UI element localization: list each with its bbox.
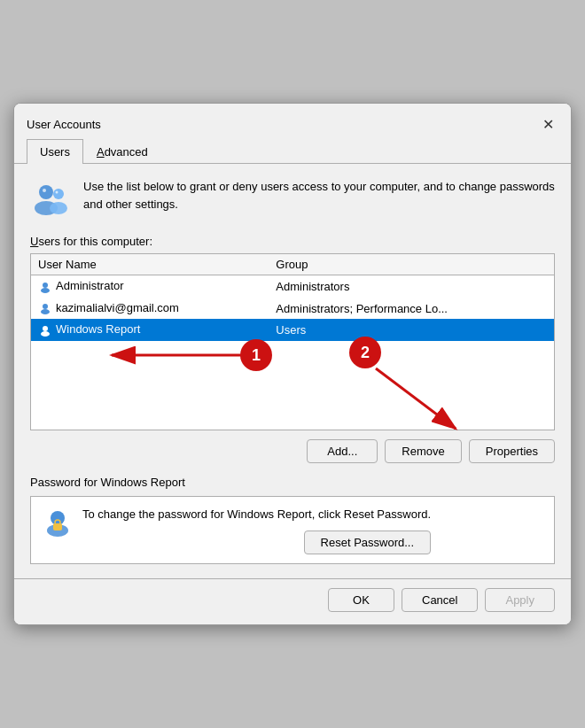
action-buttons-row: Add... Remove Properties bbox=[30, 439, 555, 463]
user-group-cell: Users bbox=[269, 319, 554, 341]
svg-point-11 bbox=[41, 331, 50, 337]
ok-button[interactable]: OK bbox=[328, 588, 394, 612]
reset-password-button[interactable]: Reset Password... bbox=[304, 531, 432, 554]
col-username: User Name bbox=[31, 254, 269, 275]
table-row[interactable]: kazimalialvi@gmail.com Administrators; P… bbox=[31, 298, 554, 320]
bottom-bar: OK Cancel Apply bbox=[14, 578, 571, 624]
svg-point-7 bbox=[41, 288, 50, 293]
svg-point-3 bbox=[50, 202, 67, 214]
svg-point-0 bbox=[39, 185, 53, 199]
user-group-cell: Administrators bbox=[269, 275, 554, 298]
user-name-cell: Administrator bbox=[31, 275, 269, 298]
svg-point-20 bbox=[51, 511, 65, 525]
table-row[interactable]: Administrator Administrators bbox=[31, 275, 554, 298]
svg-rect-22 bbox=[53, 523, 62, 531]
info-description: Use the list below to grant or deny user… bbox=[83, 178, 555, 213]
users-icon bbox=[30, 178, 73, 221]
users-table-container: User Name Group Administrator Administra… bbox=[30, 253, 555, 430]
tab-users[interactable]: Users bbox=[27, 139, 83, 164]
svg-point-9 bbox=[41, 309, 50, 314]
table-row[interactable]: Windows Report Users bbox=[31, 319, 554, 341]
apply-button[interactable]: Apply bbox=[485, 588, 555, 612]
svg-point-10 bbox=[43, 326, 48, 331]
svg-point-5 bbox=[56, 191, 58, 194]
tab-advanced[interactable]: Advanced bbox=[83, 139, 161, 164]
svg-point-8 bbox=[43, 304, 48, 309]
properties-button[interactable]: Properties bbox=[469, 439, 555, 463]
users-table-wrapper: User Name Group Administrator Administra… bbox=[30, 253, 555, 430]
user-name-cell: kazimalialvi@gmail.com bbox=[31, 298, 269, 320]
reset-btn-row: Reset Password... bbox=[82, 531, 431, 554]
users-graphic bbox=[32, 180, 71, 219]
password-description: To change the password for Windows Repor… bbox=[82, 506, 431, 523]
main-content: Use the list below to grant or deny user… bbox=[14, 164, 571, 578]
users-table: User Name Group Administrator Administra… bbox=[31, 254, 554, 341]
tab-bar: Users Advanced bbox=[14, 139, 571, 164]
user-accounts-window: User Accounts ✕ Users Advanced bbox=[13, 103, 572, 625]
info-row: Use the list below to grant or deny user… bbox=[30, 178, 555, 221]
password-label: Password for Windows Report bbox=[30, 476, 555, 489]
cancel-button[interactable]: Cancel bbox=[402, 588, 478, 612]
window-title: User Accounts bbox=[27, 118, 101, 131]
password-icon bbox=[42, 506, 74, 538]
close-button[interactable]: ✕ bbox=[537, 113, 558, 135]
user-icon bbox=[38, 280, 52, 294]
user-group-cell: Administrators; Performance Lo... bbox=[269, 298, 554, 320]
svg-point-6 bbox=[43, 283, 48, 288]
users-section-label: Users for this computer: bbox=[30, 235, 555, 248]
tab-users-label: Users bbox=[40, 145, 70, 159]
user-icon bbox=[38, 301, 52, 315]
tab-advanced-label: Advanced bbox=[97, 145, 148, 159]
user-icon bbox=[38, 323, 52, 337]
svg-point-4 bbox=[43, 189, 46, 192]
add-button[interactable]: Add... bbox=[307, 439, 378, 463]
user-name-cell: Windows Report bbox=[31, 319, 269, 341]
password-info-box: To change the password for Windows Repor… bbox=[30, 496, 555, 564]
remove-button[interactable]: Remove bbox=[385, 439, 461, 463]
svg-point-2 bbox=[53, 189, 64, 199]
password-section: Password for Windows Report To change th… bbox=[30, 476, 555, 564]
titlebar: User Accounts ✕ bbox=[14, 104, 571, 136]
col-group: Group bbox=[269, 254, 554, 275]
